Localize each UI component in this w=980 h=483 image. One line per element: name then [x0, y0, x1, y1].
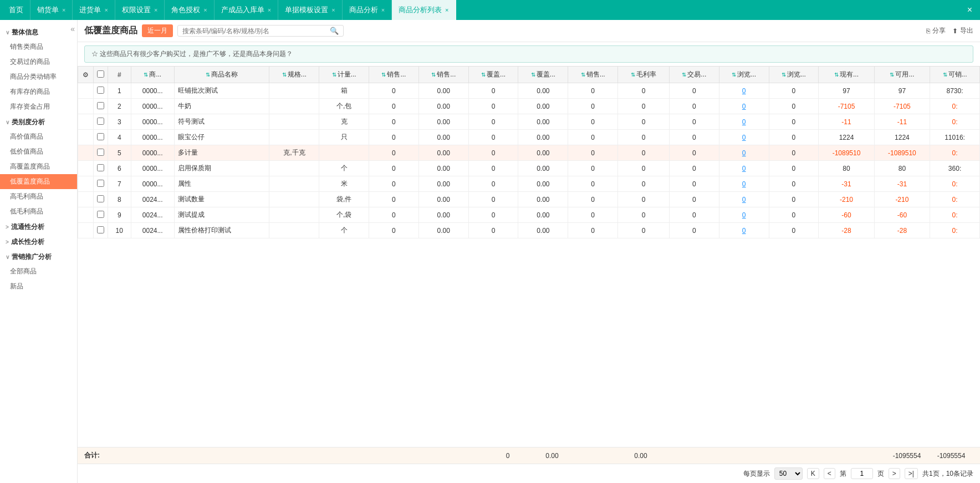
sidebar-section-flow[interactable]: > 流通性分析 [0, 219, 77, 234]
row-checkbox[interactable] [97, 133, 104, 140]
nav-tab-product-in[interactable]: 产成品入库单 × [215, 0, 278, 20]
time-filter-button[interactable]: 近一月 [142, 24, 173, 37]
cell-checkbox[interactable] [94, 161, 108, 176]
cell-browse1[interactable]: 0 [719, 207, 769, 223]
cell-checkbox[interactable] [94, 99, 108, 114]
col-cov2[interactable]: ⇅覆盖... [518, 67, 568, 83]
row-checkbox[interactable] [97, 180, 104, 187]
cell-checkbox[interactable] [94, 83, 108, 99]
cell-sales3: 0 [568, 130, 618, 145]
row-checkbox[interactable] [97, 164, 104, 171]
sidebar-section-marketing[interactable]: ∨ 营销推广分析 [0, 249, 77, 264]
sidebar-item-high-value[interactable]: 高价值商品 [0, 129, 77, 144]
cell-browse1[interactable]: 0 [719, 114, 769, 130]
cell-browse1[interactable]: 0 [719, 161, 769, 176]
col-sales3[interactable]: ⇅销售... [568, 67, 618, 83]
sidebar: « ∨ 整体信息 销售类商品 交易过的商品 商品分类动销率 有库存的商品 库存资… [0, 20, 78, 483]
nav-tab-analysis-list[interactable]: 商品分析列表 × [392, 0, 456, 20]
sidebar-item-high-gross[interactable]: 高毛利商品 [0, 189, 77, 204]
sidebar-item-traded-goods[interactable]: 交易过的商品 [0, 54, 77, 69]
cell-browse1[interactable]: 0 [719, 176, 769, 192]
col-name[interactable]: ⇅商品名称 [174, 67, 269, 83]
cell-checkbox[interactable] [94, 114, 108, 130]
sidebar-item-high-coverage[interactable]: 高覆盖度商品 [0, 159, 77, 174]
share-button[interactable]: ⎘ 分享 [926, 26, 946, 35]
col-spec[interactable]: ⇅规格... [269, 67, 319, 83]
sidebar-item-low-gross[interactable]: 低毛利商品 [0, 204, 77, 219]
sidebar-item-low-value[interactable]: 低价值商品 [0, 144, 77, 159]
nav-tab-sales[interactable]: 销货单 × [30, 0, 73, 20]
nav-tab-template-close[interactable]: × [331, 7, 335, 13]
prev-page-button[interactable]: < [824, 468, 835, 479]
nav-tab-product-in-close[interactable]: × [268, 7, 271, 13]
cell-checkbox[interactable] [94, 176, 108, 192]
col-stock3[interactable]: ⇅可销... [930, 67, 980, 83]
row-checkbox[interactable] [97, 102, 104, 109]
last-page-button[interactable]: >| [905, 468, 918, 479]
sidebar-item-new-goods[interactable]: 新品 [0, 279, 77, 294]
sidebar-section-category[interactable]: ∨ 类别度分析 [0, 114, 77, 129]
cell-browse1[interactable]: 0 [719, 223, 769, 238]
cell-browse1[interactable]: 0 [719, 83, 769, 99]
select-all-checkbox[interactable] [97, 70, 104, 78]
nav-tab-template[interactable]: 单据模板设置 × [278, 0, 342, 20]
cell-checkbox[interactable] [94, 223, 108, 238]
col-code[interactable]: ⇅商... [131, 67, 174, 83]
cell-browse1[interactable]: 0 [719, 192, 769, 207]
sidebar-collapse-button[interactable]: « [70, 24, 75, 33]
cell-checkbox[interactable] [94, 130, 108, 145]
cell-browse1[interactable]: 0 [719, 145, 769, 161]
row-checkbox[interactable] [97, 87, 104, 94]
col-gross[interactable]: ⇅毛利率 [618, 67, 670, 83]
nav-tab-home[interactable]: 首页 [2, 0, 30, 20]
cell-checkbox[interactable] [94, 145, 108, 161]
cell-checkbox[interactable] [94, 192, 108, 207]
col-sales1[interactable]: ⇅销售... [369, 67, 419, 83]
nav-tab-role[interactable]: 角色授权 × [165, 0, 214, 20]
row-checkbox[interactable] [97, 226, 104, 233]
col-browse2[interactable]: ⇅浏览... [769, 67, 819, 83]
nav-tab-analysis-list-close[interactable]: × [445, 7, 448, 13]
sidebar-item-stock-capital[interactable]: 库存资金占用 [0, 99, 77, 114]
sidebar-item-low-coverage[interactable]: 低覆盖度商品 [0, 174, 77, 189]
sidebar-item-all-goods[interactable]: 全部商品 [0, 264, 77, 279]
sidebar-item-sales-goods[interactable]: 销售类商品 [0, 39, 77, 54]
col-browse1[interactable]: ⇅浏览... [719, 67, 769, 83]
col-checkbox[interactable] [94, 67, 108, 83]
page-number-input[interactable] [851, 468, 873, 479]
cell-checkbox[interactable] [94, 207, 108, 223]
col-unit[interactable]: ⇅计量... [319, 67, 369, 83]
sidebar-section-growth[interactable]: > 成长性分析 [0, 234, 77, 249]
first-page-button[interactable]: K [807, 468, 819, 479]
nav-tab-analysis-close[interactable]: × [381, 7, 385, 13]
row-checkbox[interactable] [97, 118, 104, 125]
cell-browse1[interactable]: 0 [719, 99, 769, 114]
cell-browse1[interactable]: 0 [719, 130, 769, 145]
col-sales2[interactable]: ⇅销售... [418, 67, 468, 83]
nav-tab-purchase-close[interactable]: × [104, 7, 108, 13]
sidebar-item-category-rate[interactable]: 商品分类动销率 [0, 69, 77, 84]
nav-tab-role-close[interactable]: × [203, 7, 207, 13]
table-row: 1 0000... 旺铺批次测试 箱 0 0.00 0 0.00 0 0 0 0… [78, 83, 980, 99]
search-input[interactable] [182, 27, 330, 35]
row-checkbox[interactable] [97, 195, 104, 202]
sidebar-section-overall[interactable]: ∨ 整体信息 [0, 24, 77, 39]
export-button[interactable]: ⬆ 导出 [952, 26, 973, 35]
search-icon[interactable]: 🔍 [330, 27, 339, 35]
nav-tab-sales-close[interactable]: × [62, 7, 65, 13]
row-checkbox[interactable] [97, 149, 104, 156]
sidebar-item-in-stock[interactable]: 有库存的商品 [0, 84, 77, 99]
nav-tab-perms-close[interactable]: × [154, 7, 157, 13]
col-stock1[interactable]: ⇅现有... [819, 67, 874, 83]
nav-tab-purchase[interactable]: 进货单 × [73, 0, 115, 20]
nav-close-all-button[interactable]: × [962, 5, 978, 15]
col-trade[interactable]: ⇅交易... [669, 67, 719, 83]
nav-tab-perms[interactable]: 权限设置 × [115, 0, 165, 20]
page-size-select[interactable]: 10 20 50 100 [774, 467, 803, 480]
col-settings[interactable]: ⚙ [78, 67, 94, 83]
col-cov1[interactable]: ⇅覆盖... [468, 67, 518, 83]
col-stock2[interactable]: ⇅可用... [874, 67, 930, 83]
nav-tab-analysis[interactable]: 商品分析 × [343, 0, 392, 20]
row-checkbox[interactable] [97, 211, 104, 218]
next-page-button[interactable]: > [889, 468, 900, 479]
